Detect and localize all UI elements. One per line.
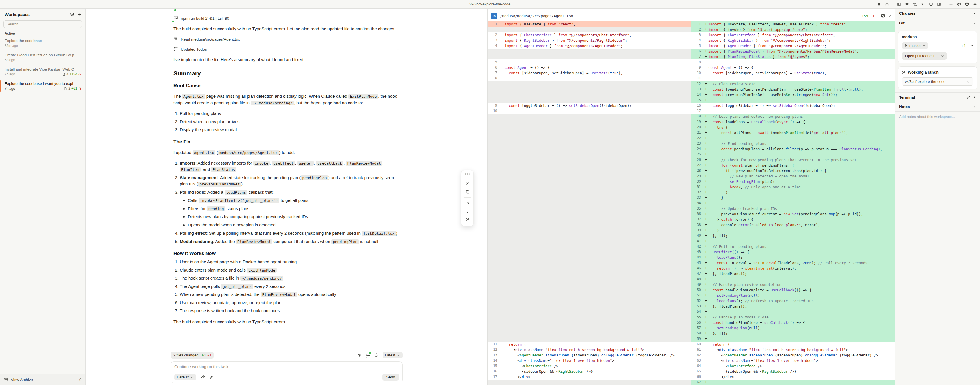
git-section-header[interactable]: Git: [895, 18, 980, 28]
diff-row: 5: [488, 59, 691, 65]
workspace-title: Explore the codebase: [5, 38, 81, 43]
diff-row: 40+ }, []);: [691, 233, 895, 239]
collapse-up-icon[interactable]: [885, 2, 889, 6]
window-title: vk/3ccf-explore-the-code: [470, 2, 510, 6]
diff-row: 8: [488, 76, 691, 81]
diff-view-icon[interactable]: [465, 181, 470, 186]
chevron-down-icon[interactable]: [888, 14, 891, 18]
diff-row: 56+ const handlePlanClose = useCallback(…: [691, 320, 895, 325]
diff-row: 30+ setPendingPlan(plan);: [691, 179, 895, 184]
workspace-time: 35m ago: [5, 44, 81, 48]
settings-icon[interactable]: [973, 2, 977, 6]
pr-options-button[interactable]: [938, 52, 947, 60]
plus-icon[interactable]: [77, 12, 81, 17]
notes-section-header[interactable]: Notes: [895, 102, 980, 112]
tool-call-row[interactable]: Updated Todos: [173, 46, 400, 52]
monitor-icon[interactable]: [465, 209, 470, 214]
panel-right-icon[interactable]: [937, 2, 941, 6]
tool-call-row[interactable]: npm run build 2>&1 | tail -80: [173, 16, 400, 21]
diff-row: 35+ // Update tracked plan IDs: [691, 206, 895, 212]
message-input[interactable]: Continue working on this task... Default…: [170, 361, 402, 383]
help-icon[interactable]: [965, 2, 969, 6]
chevron-down-icon: [922, 44, 926, 48]
diff-row: 39+ }: [691, 228, 895, 233]
diff-row: 13 <AgentHeader sidebarOpen={sidebarOpen…: [488, 352, 691, 358]
diff-row: 16 {sidebarOpen && <RightSidebar />}: [488, 369, 691, 374]
list-item: Polling effect: Set up a polling interva…: [180, 230, 400, 237]
commits-ahead-badge: ↑1: [961, 43, 966, 48]
chevron-down-icon[interactable]: [396, 48, 400, 51]
megaphone-icon[interactable]: [957, 2, 961, 6]
diff-row: 34+: [691, 200, 895, 206]
panel-left-icon[interactable]: [897, 2, 901, 6]
diff-row: 44+ loadPlans();: [691, 255, 895, 260]
workspace-item[interactable]: Explore the codebase 35m ago: [0, 36, 86, 50]
diff-row: [488, 184, 691, 189]
changes-section-header[interactable]: Changes: [895, 9, 980, 18]
git-branch-icon[interactable]: [466, 218, 469, 221]
git-compare-icon[interactable]: [913, 2, 917, 6]
list-item: User can review, annotate, approve, or r…: [180, 300, 400, 306]
list-item: Claude enters plan mode and calls ExitPl…: [180, 267, 400, 274]
diff-row: 52+ loadPlans(); // Refresh to update tr…: [691, 298, 895, 304]
attach-icon[interactable]: [200, 375, 205, 379]
latest-dropdown[interactable]: Latest: [383, 352, 402, 358]
files-changed-chip[interactable]: 2 files changed +61 -3: [170, 352, 214, 359]
menu-icon[interactable]: [949, 2, 953, 6]
copy-icon[interactable]: [465, 189, 470, 194]
git-branch-icon: [904, 44, 908, 48]
diff-row: 50+ const handlePlanComplete = useCallba…: [691, 287, 895, 293]
workspace-item[interactable]: Create Good First Issues on Github So p …: [0, 50, 86, 65]
diff-file-header[interactable]: TS /medusa/medusa/src/pages/Agent.tsx +5…: [488, 11, 895, 21]
terminal-section-header[interactable]: Terminal: [895, 92, 980, 102]
model-dropdown[interactable]: Default: [174, 374, 196, 380]
diff-row: [488, 287, 691, 293]
diff-row: [488, 200, 691, 206]
diff-row: 7 const [sidebarOpen, setSidebarOpen] = …: [488, 70, 691, 76]
chat-bubble-icon[interactable]: [905, 2, 909, 6]
diff-row: [488, 179, 691, 184]
edit-pencil-icon[interactable]: [966, 80, 970, 84]
pause-icon[interactable]: [877, 2, 881, 6]
diff-row: 33+ }: [691, 195, 895, 200]
branch-dropdown[interactable]: master: [902, 42, 928, 49]
notes-placeholder[interactable]: Add notes about this workspace...: [895, 112, 980, 122]
todos-status-icon[interactable]: [366, 353, 370, 358]
diff-row: 55+ // Handle plan modal close: [691, 315, 895, 320]
agent-chat-panel: npm run build 2>&1 | tail -80 The build …: [86, 9, 487, 385]
chat-heading: The Fix: [173, 139, 400, 145]
workspace-item[interactable]: Explore the codebase I want you to expl …: [0, 79, 86, 93]
diff-view-toggle-icon[interactable]: [881, 14, 885, 18]
list-item: Calls invoke<PlanItem[]>('get_all_plans'…: [188, 197, 400, 204]
spark-icon[interactable]: [358, 353, 362, 357]
drag-handle-icon[interactable]: [465, 173, 470, 175]
view-archive-button[interactable]: View Archive 0: [0, 374, 86, 385]
diff-row: 25+: [691, 152, 895, 157]
monitor-icon[interactable]: [929, 2, 933, 6]
list-item: The hook script creates a file in ~/.med…: [180, 275, 400, 282]
workspace-item[interactable]: Install and integrate Vibe Kanban Web C …: [0, 65, 86, 79]
more-options-icon[interactable]: [969, 43, 974, 48]
diff-row: [488, 141, 691, 146]
archive-count: 0: [80, 377, 81, 382]
play-icon[interactable]: [465, 201, 470, 205]
diff-panel: TS /medusa/medusa/src/pages/Agent.tsx +5…: [487, 9, 895, 385]
working-branch-field[interactable]: vk/3ccf-explore-the-code: [902, 77, 974, 86]
open-pr-button[interactable]: Open pull request: [902, 52, 938, 60]
workspace-title: Explore the codebase I want you to expl: [5, 81, 81, 86]
diff-row: 57+ setPendingPlan(null);: [691, 325, 895, 331]
diff-row: 28+ if (!previousPlanIdsRef.current.has(…: [691, 168, 895, 173]
prompt-icon[interactable]: [921, 2, 925, 6]
stack-icon[interactable]: [70, 12, 74, 17]
tool-call-row[interactable]: Read medusa/src/pages/Agent.tsx: [173, 36, 400, 42]
diff-row: [488, 195, 691, 200]
pen-icon[interactable]: [209, 375, 214, 379]
diff-additions: +59: [862, 14, 868, 18]
diff-row: 54+: [691, 309, 895, 315]
chat-heading: Root Cause: [173, 83, 400, 89]
send-button[interactable]: Send: [382, 374, 399, 381]
search-input[interactable]: [3, 20, 82, 28]
expand-icon[interactable]: [967, 95, 970, 99]
diff-row: 32+ }: [691, 189, 895, 195]
diff-row: [488, 119, 691, 124]
